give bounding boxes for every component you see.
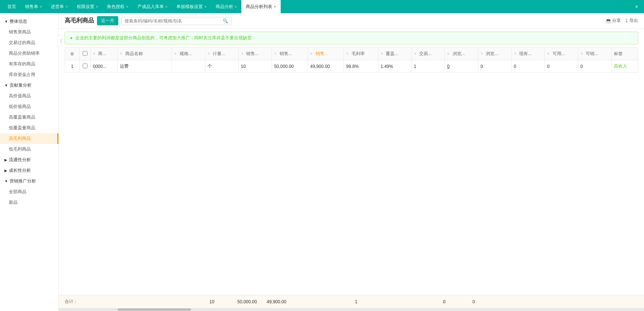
sidebar-item-high-coverage[interactable]: 高覆盖量商品 [0,112,58,123]
select-all-checkbox[interactable] [83,51,87,56]
sidebar-group-overall[interactable]: ▼ 整体信息 [0,16,58,27]
info-icon: ✦ [69,36,73,41]
nav-close-template[interactable]: × [204,4,206,9]
sidebar: ▼ 整体信息 销售类商品 交易过的商品 商品分类助销率 有库存的商品 库存资金占… [0,13,59,311]
nav-close-product-stock[interactable]: × [165,4,168,9]
sidebar-group-growth[interactable]: ▶ 成长性分析 [0,165,58,176]
sort-icon-transactions: ⇅ [414,52,417,55]
sort-icon-gross-margin: ⇅ [346,52,349,55]
nav-product-analysis[interactable]: 商品分析 × [211,0,241,13]
row-checkbox[interactable] [83,64,87,68]
top-nav: 首页 销售单 × 进货单 × 权限设置 × 角色授权 × 产成品入库单 × 单据… [0,0,644,13]
nav-purchase[interactable]: 进货单 × [46,0,72,13]
cell-spec [172,60,205,73]
col-seq: ⚙ [65,48,80,60]
nav-role[interactable]: 角色授权 × [102,0,133,13]
col-sales3[interactable]: ⇅ 销售... [308,48,344,60]
col-name[interactable]: ⇅ 商品名称 [118,48,172,60]
col-gross-margin[interactable]: ⇅ 毛利率 [344,48,378,60]
data-table: ⚙ ⇅ 商... ⇅ 商品名称 [65,47,638,73]
nav-close-permission[interactable]: × [96,4,98,9]
settings-icon[interactable]: ⚙ [70,51,74,57]
col-transactions[interactable]: ⇅ 交易... [411,48,445,60]
cell-checkbox [80,60,91,73]
sort-icon-sellable: ⇅ [580,52,583,55]
cell-transactions: 1 [411,60,445,73]
table-footer: 合计： 10 50,000.00 49,900.00 1 0 0 [59,295,644,308]
share-btn[interactable]: ⬒ 分享 [606,18,621,24]
nav-close-product-analysis[interactable]: × [235,4,237,9]
nav-close-sales[interactable]: × [40,4,42,9]
sort-icon-available: ⇅ [547,52,550,55]
sidebar-item-low-value[interactable]: 低价值商品 [0,101,58,112]
sidebar-item-low-coverage[interactable]: 低覆盖量商品 [0,123,58,133]
arrow-contribution: ▼ [4,83,8,87]
cell-sales1: 10 [238,60,272,73]
sidebar-item-high-margin[interactable]: 高毛利商品 [0,133,58,144]
sort-icon-spec: ⇅ [174,52,177,55]
col-code[interactable]: ⇅ 商... [91,48,118,60]
sort-icon-sales1: ⇅ [241,52,244,55]
nav-template[interactable]: 单据模板设置 × [172,0,211,13]
sidebar-item-new-goods[interactable]: 新品 [0,197,58,208]
sidebar-item-in-stock[interactable]: 有库存的商品 [0,59,58,69]
horizontal-scrollbar[interactable] [59,308,644,311]
nav-permission[interactable]: 权限设置 × [72,0,102,13]
sidebar-item-all-goods[interactable]: 全部商品 [0,187,58,197]
col-current[interactable]: ⇅ 现有... [511,48,545,60]
sidebar-item-sales-goods[interactable]: 销售类商品 [0,27,58,37]
export-btn[interactable]: ⤵ 导出 [625,18,638,24]
cell-browse1[interactable]: 0 [445,60,478,73]
sort-icon-sales2: ⇅ [274,52,277,55]
nav-sales[interactable]: 销售单 × [21,0,46,13]
col-sales2[interactable]: ⇅ 销售... [272,48,308,60]
footer-transactions: 1 [353,299,382,304]
sort-icon-code: ⇅ [93,52,96,55]
nav-close-purchase[interactable]: × [65,4,68,9]
sidebar-group-marketing[interactable]: ▼ 营销推广分析 [0,176,58,187]
cell-sales3: 49,900.00 [308,60,344,73]
sidebar-item-traded-goods[interactable]: 交易过的商品 [0,37,58,48]
cell-unit: 个 [205,60,238,73]
col-browse1[interactable]: ⇅ 浏览... [445,48,478,60]
nav-home[interactable]: 首页 [3,0,21,13]
footer-gap1 [294,299,323,304]
search-input[interactable] [125,18,221,23]
sort-icon-browse1: ⇅ [447,52,450,55]
sidebar-item-high-value[interactable]: 高价值商品 [0,91,58,101]
cell-sellable: 0 [578,60,611,73]
sidebar-item-stock-capital[interactable]: 库存资金占用 [0,69,58,80]
table-header-row: ⚙ ⇅ 商... ⇅ 商品名称 [65,48,638,60]
col-spec[interactable]: ⇅ 规格... [172,48,205,60]
col-available[interactable]: ⇅ 可用... [545,48,578,60]
cell-name: 运费 [118,60,172,73]
window-close-btn[interactable]: × [632,4,641,10]
cell-coverage: 1.49% [378,60,411,73]
nav-close-product-analysis-list[interactable]: × [274,4,276,9]
sidebar-group-contribution[interactable]: ▼ 贡献量分析 [0,80,58,91]
col-sales1[interactable]: ⇅ 销售... [238,48,272,60]
col-coverage[interactable]: ⇅ 覆盖... [378,48,411,60]
nav-close-role[interactable]: × [126,4,128,9]
sidebar-item-low-margin[interactable]: 低毛利商品 [0,144,58,155]
nav-product-analysis-list[interactable]: 商品分析列表 × [241,0,280,13]
table-container[interactable]: ⚙ ⇅ 商... ⇅ 商品名称 [59,47,644,295]
search-icon[interactable]: 🔍 [223,18,228,23]
sidebar-collapse-btn[interactable]: 《 [57,35,63,47]
col-sellable[interactable]: ⇅ 可销... [578,48,611,60]
filter-recent-month-btn[interactable]: 近一月 [97,16,118,25]
cell-gross-margin: 99.8% [344,60,378,73]
footer-label: 合计： [65,299,109,305]
col-browse2[interactable]: ⇅ 浏览... [478,48,511,60]
cell-tag: 高收入 [611,60,638,73]
sidebar-group-circulation[interactable]: ▶ 流通性分析 [0,155,58,165]
table-row: 1 0000... 运费 [65,60,638,73]
col-unit[interactable]: ⇅ 计量... [205,48,238,60]
search-box: 🔍 [121,17,231,25]
nav-product-stock[interactable]: 产成品入库单 × [133,0,172,13]
arrow-overall: ▼ [4,19,8,23]
scrollbar-thumb[interactable] [118,308,191,311]
content-header: 高毛利商品 近一月 🔍 ⬒ 分享 ⤵ 导出 [59,13,644,29]
sidebar-item-category-rate[interactable]: 商品分类助销率 [0,48,58,59]
cell-seq: 1 [65,60,80,73]
